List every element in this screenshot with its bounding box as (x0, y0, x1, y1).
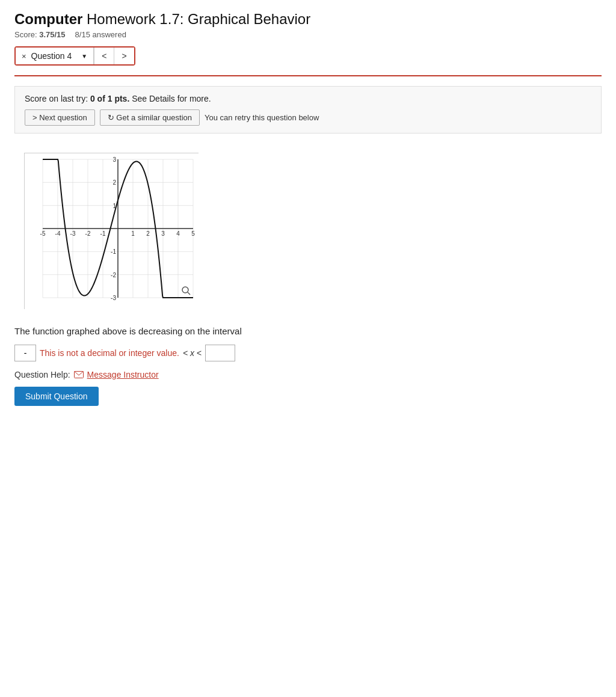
score-text: Score on last try: 0 of 1 pts. See Detai… (25, 94, 591, 103)
help-label: Question Help: (14, 370, 70, 379)
right-bound-input[interactable] (205, 345, 235, 361)
score-label: Score: 3.75/15 (14, 30, 66, 39)
question-selector[interactable]: × Question 4 ▼ (16, 48, 94, 64)
action-buttons: > Next question ↻ Get a similar question… (25, 109, 591, 126)
page-wrapper: Computer Homework 1.7: Graphical Behavio… (0, 0, 616, 697)
answered-count: 8/15 answered (75, 30, 126, 39)
graph-container (24, 153, 199, 309)
next-question-button[interactable]: > (114, 48, 134, 64)
graph-area (24, 153, 199, 309)
question-nav: × Question 4 ▼ < > (14, 46, 135, 66)
question-help: Question Help: Message Instructor (14, 370, 602, 379)
left-bound-input[interactable] (14, 345, 36, 361)
chevron-down-icon[interactable]: ▼ (81, 53, 87, 60)
page-title: Computer Homework 1.7: Graphical Behavio… (14, 11, 602, 28)
score-value: 3.75/15 (39, 30, 65, 39)
get-similar-button[interactable]: ↻ Get a similar question (100, 109, 200, 126)
graph-canvas (25, 153, 199, 310)
question-label: Question 4 (31, 51, 72, 61)
question-text: The function graphed above is decreasing… (14, 326, 602, 336)
separator (14, 75, 602, 76)
prev-question-button[interactable]: < (94, 48, 114, 64)
score-bold: 0 of 1 pts. (90, 94, 129, 103)
score-box: Score on last try: 0 of 1 pts. See Detai… (14, 86, 602, 134)
envelope-icon (74, 371, 84, 378)
score-line: Score: 3.75/15 8/15 answered (14, 30, 602, 39)
submit-button[interactable]: Submit Question (14, 387, 99, 406)
next-question-button[interactable]: > Next question (25, 109, 95, 126)
retry-text: You can retry this question below (205, 113, 319, 122)
close-button[interactable]: × (22, 52, 26, 61)
message-instructor-link[interactable]: Message Instructor (87, 370, 159, 379)
answer-row: This is not a decimal or integer value. … (14, 345, 602, 361)
error-message: This is not a decimal or integer value. (40, 348, 179, 358)
operator-text: < x < (183, 348, 202, 358)
